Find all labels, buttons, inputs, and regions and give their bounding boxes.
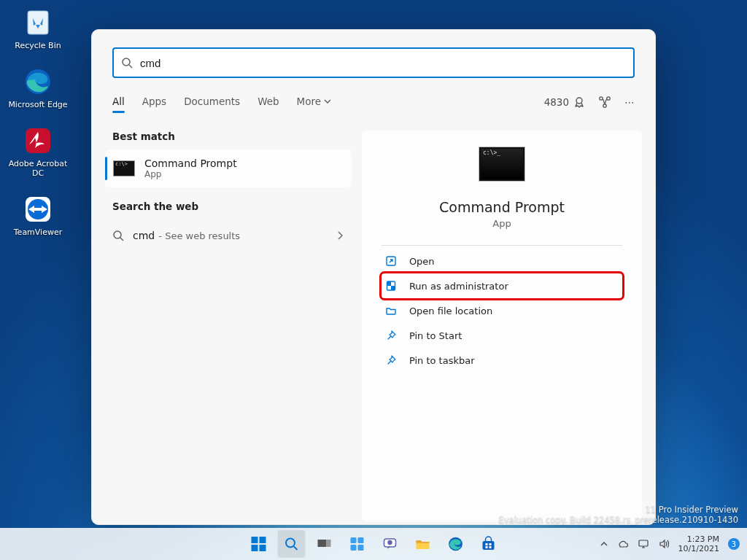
best-match-heading: Best match [105,131,352,149]
svg-rect-20 [260,545,266,551]
edge-icon [448,536,464,552]
more-options-icon[interactable]: ⋯ [624,96,635,108]
filter-tab-more[interactable]: More [297,96,331,107]
svg-point-21 [286,539,295,548]
chat-button[interactable] [376,530,404,558]
chat-icon [382,536,398,552]
web-result-subtitle: - See web results [158,230,240,241]
web-result-title: cmd [133,230,155,241]
svg-point-8 [600,97,603,100]
command-prompt-icon-large [479,147,525,182]
result-title: Command Prompt [144,158,237,169]
chevron-right-icon [337,231,344,240]
open-icon [384,254,398,268]
filter-tab-web[interactable]: Web [258,91,279,113]
medal-icon [573,96,585,108]
edge-icon [23,67,53,96]
taskbar-center [245,530,503,558]
file-explorer-button[interactable] [409,530,437,558]
notification-badge[interactable]: 3 [728,538,740,550]
start-search-panel: All Apps Documents Web More 4830 [91,29,656,525]
svg-rect-32 [483,541,495,550]
search-icon [112,230,124,241]
filter-tab-all[interactable]: All [112,91,125,113]
recycle-bin-icon [23,8,53,37]
action-run-as-administrator[interactable]: Run as administrator [382,273,622,298]
svg-rect-36 [489,546,492,548]
svg-line-22 [294,547,298,551]
web-result-row[interactable]: cmd - See web results [105,219,352,251]
network-icon[interactable] [638,538,649,550]
search-web-heading: Search the web [105,201,352,219]
svg-rect-17 [252,537,258,543]
start-button[interactable] [245,530,273,558]
divider [382,245,622,246]
onedrive-icon[interactable] [617,538,629,550]
volume-icon[interactable] [658,538,670,550]
svg-rect-27 [351,545,357,551]
search-icon [285,537,299,551]
preview-actions: OpenRun as administratorOpen file locati… [382,249,622,373]
svg-rect-37 [639,540,648,546]
shield-icon [384,279,398,292]
action-label: Open file location [409,306,492,316]
search-filter-bar: All Apps Documents Web More 4830 [92,85,655,117]
rewards-points-value: 4830 [544,96,569,108]
chevron-up-icon[interactable] [600,540,608,548]
rewards-points[interactable]: 4830 [544,96,585,108]
taskbar-search-button[interactable] [278,530,306,558]
filter-tab-apps[interactable]: Apps [142,91,166,113]
action-open-file-location[interactable]: Open file location [382,298,622,323]
action-pin-to-taskbar[interactable]: Pin to taskbar [382,348,622,373]
widgets-button[interactable] [344,530,371,558]
preview-subtitle: App [492,218,511,229]
search-icon [121,57,133,69]
desktop-icon-edge[interactable]: Microsoft Edge [4,66,71,109]
desktop-icon-label: TeamViewer [14,228,62,237]
svg-rect-0 [28,11,48,34]
svg-rect-28 [358,545,364,551]
edge-button[interactable] [442,530,470,558]
preview-title: Command Prompt [439,199,565,215]
svg-rect-15 [387,281,391,286]
filter-more-label: More [297,96,321,107]
task-view-button[interactable] [311,530,338,558]
widgets-icon [349,536,365,552]
chevron-down-icon [324,98,331,105]
filter-tab-documents[interactable]: Documents [184,91,240,113]
task-view-icon [317,536,333,552]
taskbar: 1:23 PM 10/1/2021 3 [0,528,747,560]
svg-rect-18 [260,537,266,543]
svg-rect-35 [486,546,488,548]
svg-rect-23 [318,540,327,547]
svg-point-11 [114,231,121,238]
search-box[interactable] [112,47,635,78]
desktop-icon-label: Microsoft Edge [8,100,67,109]
desktop-icon-acrobat[interactable]: Adobe Acrobat DC [4,125,71,178]
action-label: Pin to taskbar [409,355,475,366]
svg-rect-33 [486,543,488,545]
action-open[interactable]: Open [382,249,622,273]
folder-icon [415,536,431,552]
desktop-icons: Recycle Bin Microsoft Edge Adobe Acrobat… [4,7,85,253]
taskbar-clock[interactable]: 1:23 PM 10/1/2021 [678,534,719,553]
desktop-icon-label: Adobe Acrobat DC [5,159,71,178]
windows-logo-icon [251,536,267,552]
action-pin-to-start[interactable]: Pin to Start [382,323,622,348]
teamviewer-icon [23,195,53,224]
command-prompt-icon: c:\> [112,157,136,180]
search-preview-pane: Command Prompt App OpenRun as administra… [362,131,642,521]
desktop-icon-recycle-bin[interactable]: Recycle Bin [4,7,71,50]
svg-point-7 [576,98,582,104]
flow-icon[interactable] [598,96,611,109]
clock-date: 10/1/2021 [678,544,719,553]
desktop-icon-teamviewer[interactable]: TeamViewer [4,194,71,237]
action-label: Pin to Start [409,330,462,341]
svg-line-6 [129,65,132,68]
acrobat-icon [23,126,53,155]
store-button[interactable] [475,530,503,558]
pin-icon [384,329,398,342]
search-input[interactable] [140,57,626,69]
svg-rect-34 [489,543,492,545]
best-match-result[interactable]: c:\> Command Prompt App [105,149,352,187]
